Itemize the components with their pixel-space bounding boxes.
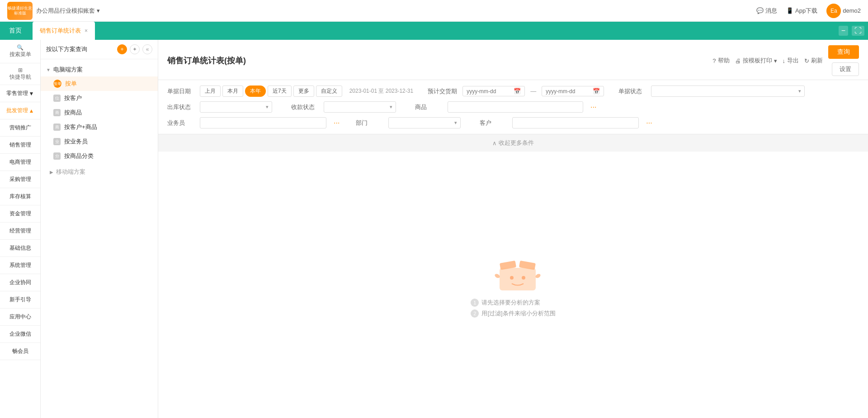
tree-expand-icon: ▼ xyxy=(46,67,51,72)
by-customer-icon: 位 xyxy=(53,95,61,102)
date-btn-custom[interactable]: 自定义 xyxy=(316,86,342,97)
help-icon: ? xyxy=(712,57,716,64)
salesperson-dots-btn[interactable]: ··· xyxy=(332,119,341,127)
sidebar-search[interactable]: 🔍 搜索菜单 xyxy=(0,40,40,63)
tree-child-by-salesperson[interactable]: 业 按业务员 xyxy=(41,134,158,149)
salesperson-input[interactable] xyxy=(200,117,326,128)
sidebar: 🔍 搜索菜单 ⊞ 快捷导航 零售管理 ▼ 批发管理 ▲ 营销推广 销售管理 电商… xyxy=(0,40,41,418)
tree-child-by-goods[interactable]: 商 按商品 xyxy=(41,105,158,120)
avatar: Ea xyxy=(826,4,841,18)
outbound-select[interactable] xyxy=(200,101,272,113)
tree-child-by-order[interactable]: 按单 按单 xyxy=(41,76,158,91)
sidebar-item-system[interactable]: 系统管理 xyxy=(0,257,40,274)
filter-row-salesperson: 业务员 ··· 部门 客户 ··· xyxy=(167,117,859,128)
industry-selector[interactable]: 办公用品行业模拟账套 ▾ xyxy=(36,7,100,15)
tab-minimize-btn[interactable]: − xyxy=(839,26,848,36)
tab-maximize-btn[interactable]: ⛶ xyxy=(852,26,864,36)
active-tab-label: 销售订单统计表 xyxy=(40,27,81,35)
main-layout: 🔍 搜索菜单 ⊞ 快捷导航 零售管理 ▼ 批发管理 ▲ 营销推广 销售管理 电商… xyxy=(0,40,868,418)
tree-child-by-salesperson-label: 按业务员 xyxy=(64,138,88,146)
print-btn[interactable]: 🖨 按模板打印 ▾ xyxy=(735,57,777,65)
tree-child-by-category[interactable]: 分 按商品分类 xyxy=(41,149,158,163)
refresh-btn[interactable]: ↻ 刷新 xyxy=(804,57,823,65)
sidebar-sales-label: 销售管理 xyxy=(9,141,31,149)
sidebar-quick-nav[interactable]: ⊞ 快捷导航 xyxy=(0,63,40,85)
sidebar-item-wholesale[interactable]: 批发管理 ▲ xyxy=(0,102,40,119)
collapse-panel-btn[interactable]: « xyxy=(142,44,152,54)
collection-select[interactable] xyxy=(324,101,396,113)
mobile-arrow-icon: ▶ xyxy=(50,170,53,175)
sidebar-wechat-label: 企业微信 xyxy=(9,330,31,338)
logo-text: 畅捷通好生意 xyxy=(8,6,32,11)
tree-parent-mobile[interactable]: ▶ 移动端方案 xyxy=(41,165,158,179)
sidebar-item-operations[interactable]: 经营管理 xyxy=(0,223,40,240)
by-customer-goods-icon: 商 xyxy=(53,124,61,131)
add-scheme-btn[interactable]: + xyxy=(117,44,127,54)
date-sep: — xyxy=(530,88,536,95)
status-select[interactable] xyxy=(651,86,805,97)
print-icon: 🖨 xyxy=(735,57,741,64)
mobile-section: ▶ 移动端方案 xyxy=(41,165,158,179)
date-btn-last-month[interactable]: 上月 xyxy=(200,86,221,97)
sidebar-item-sales[interactable]: 销售管理 xyxy=(0,137,40,154)
content: 按以下方案查询 + ✦ « ▼ 电脑端方案 按单 按单 位 按客户 xyxy=(41,40,868,418)
date-btn-this-month[interactable]: 本月 xyxy=(222,86,243,97)
tab-close-icon[interactable]: × xyxy=(85,28,88,34)
query-btn[interactable]: 查询 xyxy=(828,45,859,59)
collapse-label: 收起更多条件 xyxy=(499,139,534,147)
date-btn-more[interactable]: 更多 xyxy=(293,86,314,97)
customer-input[interactable] xyxy=(512,117,639,128)
sidebar-item-retail[interactable]: 零售管理 ▼ xyxy=(0,85,40,102)
help-btn[interactable]: ? 帮助 xyxy=(712,57,729,65)
sidebar-item-basic[interactable]: 基础信息 xyxy=(0,240,40,257)
sidebar-item-member[interactable]: 畅会员 xyxy=(0,343,40,360)
collapse-more-btn[interactable]: ∧ 收起更多条件 xyxy=(492,139,534,147)
tree-parent-mobile-label: 移动端方案 xyxy=(56,168,85,176)
sidebar-item-marketing[interactable]: 营销推广 xyxy=(0,119,40,137)
goods-label: 商品 xyxy=(415,103,442,111)
goods-input[interactable] xyxy=(448,101,583,113)
date-btn-7days[interactable]: 近7天 xyxy=(268,86,292,97)
message-btn[interactable]: 💬 消息 xyxy=(756,7,777,15)
tabbar: 首页 销售订单统计表 × − ⛶ xyxy=(0,22,868,40)
svg-point-3 xyxy=(510,276,514,280)
sidebar-item-appcenter[interactable]: 应用中心 xyxy=(0,309,40,326)
department-select[interactable] xyxy=(388,117,461,128)
tree-child-by-customer[interactable]: 位 按客户 xyxy=(41,91,158,105)
sidebar-item-newbie[interactable]: 新手引导 xyxy=(0,291,40,309)
date-btn-this-year[interactable]: 本年 xyxy=(245,86,266,97)
customer-dots-btn[interactable]: ··· xyxy=(644,119,654,127)
tree-parent-pc[interactable]: ▼ 电脑端方案 xyxy=(41,63,158,76)
actions-right: 查询 设置 xyxy=(828,45,859,76)
sidebar-item-inventory[interactable]: 库存核算 xyxy=(0,188,40,205)
app-download-btn[interactable]: 📱 App下载 xyxy=(786,7,817,15)
sidebar-item-finance[interactable]: 资金管理 xyxy=(0,205,40,223)
sidebar-appcenter-label: 应用中心 xyxy=(9,313,31,321)
filter-row-date: 单据日期 上月 本月 本年 近7天 更多 自定义 2023-01-01 至 20… xyxy=(167,86,859,97)
sidebar-system-label: 系统管理 xyxy=(9,261,31,269)
settings-scheme-btn[interactable]: ✦ xyxy=(130,44,140,54)
right-panel: 销售订单统计表(按单) ? 帮助 🖨 按模板打印 ▾ ↓ 导出 xyxy=(158,40,868,418)
sidebar-item-ecommerce[interactable]: 电商管理 xyxy=(0,154,40,171)
tab-home[interactable]: 首页 xyxy=(0,22,31,40)
settings-btn[interactable]: 设置 xyxy=(832,62,859,76)
sidebar-item-collab[interactable]: 企业协同 xyxy=(0,274,40,291)
tree-child-by-customer-goods[interactable]: 商 按客户+商品 xyxy=(41,120,158,134)
left-panel-header: 按以下方案查询 + ✦ « xyxy=(41,40,158,59)
delivery-date-end[interactable] xyxy=(546,88,591,95)
delivery-date-start-wrap: 📅 xyxy=(462,86,525,96)
date-range-text: 2023-01-01 至 2023-12-31 xyxy=(349,87,413,95)
user-profile[interactable]: Ea demo2 xyxy=(826,4,861,18)
sidebar-collab-label: 企业协同 xyxy=(9,279,31,286)
tab-sales-order-stats[interactable]: 销售订单统计表 × xyxy=(33,22,95,40)
delivery-date-start[interactable] xyxy=(467,88,512,95)
goods-dots-btn[interactable]: ··· xyxy=(589,103,598,111)
sidebar-marketing-label: 营销推广 xyxy=(9,124,31,132)
sidebar-item-wechat[interactable]: 企业微信 xyxy=(0,326,40,343)
sidebar-item-purchase[interactable]: 采购管理 xyxy=(0,171,40,188)
export-btn[interactable]: ↓ 导出 xyxy=(783,57,799,65)
status-filter-label: 单据状态 xyxy=(618,87,646,95)
empty-area: 1 请先选择要分析的方案 2 用[过滤]条件来缩小分析范围 xyxy=(158,152,868,418)
department-label: 部门 xyxy=(356,119,383,127)
logo-sub: 标准版 xyxy=(14,11,26,16)
